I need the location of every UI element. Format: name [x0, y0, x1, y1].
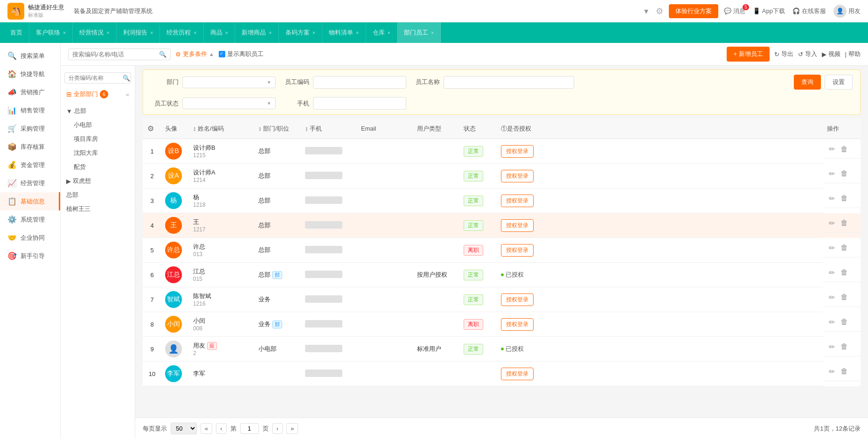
close-icon[interactable]: ×	[356, 30, 359, 35]
filter-name-input[interactable]	[444, 76, 574, 89]
th-settings[interactable]: ⚙	[143, 118, 161, 139]
tab-operation[interactable]: 经营情况 ×	[73, 22, 116, 43]
tab-employee[interactable]: 部门员工 ×	[397, 22, 441, 43]
tab-bom[interactable]: 物料清单 ×	[322, 22, 366, 43]
sidebar-item-operation[interactable]: 📈 经营管理	[0, 174, 60, 192]
dept-node-shenyang[interactable]: 沈阳大库	[68, 146, 135, 160]
sidebar-item-sales[interactable]: 📊 销售管理	[0, 101, 60, 119]
close-icon[interactable]: ×	[194, 30, 196, 35]
sidebar-item-basic[interactable]: 📋 基础信息	[0, 192, 60, 210]
sidebar-item-finance[interactable]: 💰 资金管理	[0, 156, 60, 174]
tab-profit[interactable]: 利润报告 ×	[117, 22, 160, 43]
filter-more-button[interactable]: ⚙ 更多条件 ▲	[175, 50, 214, 58]
auth-button[interactable]: 授权登录	[501, 145, 534, 158]
app-download-button[interactable]: 📱 App下载	[753, 7, 785, 15]
close-icon[interactable]: ×	[269, 30, 271, 35]
search-box[interactable]: 🔍	[68, 49, 171, 60]
setting-button[interactable]: 设置	[825, 75, 853, 90]
sidebar-item-nav[interactable]: 🏠 快捷导航	[0, 65, 60, 83]
query-button[interactable]: 查询	[794, 75, 821, 90]
add-employee-button[interactable]: + 新增员工	[727, 47, 769, 62]
auth-button[interactable]: 授权登录	[501, 244, 534, 257]
delete-button[interactable]: 🗑	[839, 341, 850, 352]
close-icon[interactable]: ×	[150, 30, 153, 35]
edit-button[interactable]: ✏	[827, 168, 837, 179]
online-service-button[interactable]: 🎧 在线客服	[792, 7, 826, 15]
delete-button[interactable]: 🗑	[839, 193, 850, 203]
close-icon[interactable]: ×	[431, 30, 434, 35]
collapse-button[interactable]: «	[126, 91, 129, 98]
sidebar-item-collab[interactable]: 🤝 企业协同	[0, 229, 60, 247]
dept-all[interactable]: ⊞ 全部部门 6 «	[61, 86, 135, 102]
message-button[interactable]: 💬 消息 5	[724, 7, 745, 15]
delete-button[interactable]: 🗑	[839, 144, 850, 154]
delete-button[interactable]: 🗑	[839, 168, 850, 179]
tab-customer[interactable]: 客户联络 ×	[29, 22, 73, 43]
last-page-button[interactable]: »	[286, 423, 298, 434]
auth-button[interactable]: 授权登录	[501, 195, 534, 207]
prev-page-button[interactable]: ‹	[216, 423, 226, 434]
dept-node-zhishu[interactable]: 植树王三	[61, 202, 135, 216]
page-input[interactable]	[240, 423, 259, 434]
tab-history[interactable]: 经营历程 ×	[160, 22, 203, 43]
edit-button[interactable]: ✏	[827, 267, 837, 278]
tab-add-goods[interactable]: 新增商品 ×	[235, 22, 278, 43]
system-title-dropdown[interactable]: ▾	[644, 6, 648, 16]
export-button[interactable]: ↻ 导出	[774, 50, 793, 58]
edit-button[interactable]: ✏	[827, 317, 837, 328]
dept-search-input[interactable]	[64, 72, 131, 84]
edit-button[interactable]: ✏	[827, 193, 837, 204]
edit-button[interactable]: ✏	[827, 341, 837, 352]
tab-warehouse[interactable]: 仓库 ×	[366, 22, 397, 43]
sidebar-item-purchase[interactable]: 🛒 采购管理	[0, 119, 60, 138]
close-icon[interactable]: ×	[63, 30, 66, 35]
dept-node-project[interactable]: 项目库房	[68, 132, 135, 146]
auth-button[interactable]: 授权登录	[501, 368, 534, 380]
delete-button[interactable]: 🗑	[839, 366, 850, 376]
view-button[interactable]: ▶ 视频	[822, 50, 840, 58]
filter-phone-input[interactable]	[313, 97, 406, 110]
first-page-button[interactable]: «	[201, 423, 212, 434]
dept-node-peihuo[interactable]: 配货	[68, 160, 135, 174]
edit-button[interactable]: ✏	[827, 144, 837, 154]
th-name[interactable]: ↕ 姓名/编码	[189, 118, 255, 139]
dept-node-zongbu[interactable]: 总部	[61, 188, 135, 202]
close-icon[interactable]: ×	[225, 30, 228, 35]
close-icon[interactable]: ×	[312, 30, 315, 35]
auth-button[interactable]: 授权登录	[501, 318, 534, 331]
filter-status-select[interactable]: ▾	[182, 98, 276, 109]
user-button[interactable]: 👤 用友	[833, 5, 861, 18]
auth-button[interactable]: 授权登录	[501, 293, 534, 306]
settings-icon[interactable]: ⚙	[656, 6, 663, 16]
help-button[interactable]: | 帮助	[845, 50, 861, 58]
delete-button[interactable]: 🗑	[839, 292, 850, 302]
auth-button[interactable]: 授权登录	[501, 219, 534, 232]
sidebar-item-guide[interactable]: 🎯 新手引导	[0, 247, 60, 265]
search-input[interactable]	[72, 51, 156, 58]
dept-node-root[interactable]: ▼ 总部	[61, 104, 135, 118]
trial-button[interactable]: 体验行业方案	[669, 4, 718, 18]
tab-goods[interactable]: 商品 ×	[204, 22, 235, 43]
show-resign-checkbox[interactable]: 显示离职员工	[219, 50, 264, 58]
sidebar-item-inventory[interactable]: 📦 库存核算	[0, 138, 60, 156]
filter-code-input[interactable]	[313, 76, 406, 89]
delete-button[interactable]: 🗑	[839, 267, 850, 278]
sidebar-item-search[interactable]: 🔍 搜索菜单	[0, 47, 60, 65]
delete-button[interactable]: 🗑	[839, 243, 850, 253]
tab-barcode[interactable]: 条码方案 ×	[279, 22, 322, 43]
import-button[interactable]: ↺ 导入	[798, 50, 817, 58]
auth-button[interactable]: 授权登录	[501, 170, 534, 182]
th-dept[interactable]: ↕ 部门/职位	[255, 118, 301, 139]
dept-node-xiaodian[interactable]: 小电部	[68, 118, 135, 132]
th-phone[interactable]: ↕ 手机	[301, 118, 357, 139]
filter-dept-select[interactable]: ▾	[182, 77, 276, 88]
edit-button[interactable]: ✏	[827, 243, 837, 253]
dept-node-shuanghu[interactable]: ▶ 双虎想	[61, 174, 135, 188]
delete-button[interactable]: 🗑	[839, 218, 850, 228]
edit-button[interactable]: ✏	[827, 218, 837, 229]
close-icon[interactable]: ×	[106, 30, 109, 35]
sidebar-item-marketing[interactable]: 📣 营销推广	[0, 83, 60, 101]
delete-button[interactable]: 🗑	[839, 317, 850, 327]
tab-home[interactable]: 首页	[4, 22, 29, 43]
dept-search[interactable]: 🔍	[61, 70, 135, 86]
